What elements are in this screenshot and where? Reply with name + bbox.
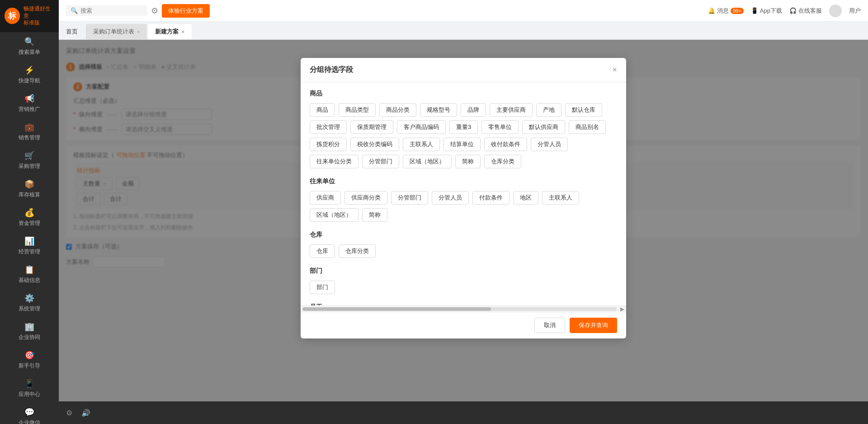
field-tag[interactable]: 商品 [310, 103, 335, 117]
field-tag[interactable]: 区域（地区） [403, 155, 452, 168]
field-tag[interactable]: 拣货积分 [310, 138, 347, 151]
tab-purchase-close[interactable]: × [137, 29, 140, 34]
system-icon: ⚙️ [24, 293, 34, 303]
sidebar-item-app-center[interactable]: 📱应用中心 [0, 374, 59, 403]
field-tag[interactable]: 商品分类 [379, 103, 416, 117]
sidebar-item-label-search: 搜索菜单 [19, 48, 40, 56]
audio-bottom-icon[interactable]: 🔊 [81, 409, 90, 417]
sidebar-item-finance[interactable]: 💰资金管理 [0, 203, 59, 232]
sidebar-item-marketing[interactable]: 📢营销推广 [0, 89, 59, 118]
sidebar-item-search[interactable]: 🔍搜索菜单 [0, 32, 59, 61]
topbar-search-box[interactable]: 🔍 [66, 5, 147, 16]
field-tag[interactable]: 供应商分类 [344, 191, 387, 205]
field-tag[interactable]: 付款条件 [472, 191, 509, 205]
inventory-icon: 📦 [24, 179, 34, 189]
topbar-left: 🔍 ⚙ 体验行业方案 [66, 4, 210, 18]
field-tag[interactable]: 部门 [310, 281, 335, 294]
tab-purchase-stat[interactable]: 采购订单统计表 × [86, 24, 147, 39]
field-tag[interactable]: 区域（地区） [310, 208, 359, 222]
partner-fields: 供应商 供应商分类 分管部门 分管人员 付款条件 地区 主联系人 区域（地区） … [310, 191, 617, 222]
settings-bottom-icon[interactable]: ⚙ [66, 409, 72, 417]
main-area: 🔍 ⚙ 体验行业方案 🔔 消息 99+ 📱 App下载 🎧 在 [59, 0, 868, 424]
online-service-item[interactable]: 🎧 在线客服 [789, 7, 822, 15]
field-tag[interactable]: 保质期管理 [350, 120, 393, 134]
sidebar: 标 畅捷通好生意 标准版 🔍搜索菜单⚡快捷导航📢营销推广💼销售管理🛒采购管理📦库… [0, 0, 59, 424]
sidebar-item-sales[interactable]: 💼销售管理 [0, 118, 59, 146]
field-group-partner: 往来单位 供应商 供应商分类 分管部门 分管人员 付款条件 地区 主联系人 区域… [310, 177, 617, 222]
field-tag[interactable]: 批次管理 [310, 120, 347, 134]
topbar-right: 🔔 消息 99+ 📱 App下载 🎧 在线客服 用户 [708, 5, 861, 17]
warehouse-fields: 仓库 仓库分类 [310, 244, 617, 258]
search-icon: 🔍 [71, 7, 78, 14]
tab-home[interactable]: 首页 [59, 24, 85, 39]
sidebar-item-label-system: 系统管理 [19, 305, 40, 313]
field-tag[interactable]: 仓库分类 [484, 155, 521, 168]
guide-icon: 🎯 [24, 350, 34, 360]
field-tag[interactable]: 供应商 [310, 191, 341, 205]
tab-new-plan-label: 新建方案 [155, 28, 179, 36]
main-bottom: ⚙ 🔊 [59, 401, 868, 424]
tab-new-plan-close[interactable]: × [181, 29, 184, 34]
field-tag[interactable]: 主联系人 [542, 191, 579, 205]
sidebar-item-basic-info[interactable]: 📋基础信息 [0, 260, 59, 289]
field-tag[interactable]: 品牌 [461, 103, 486, 117]
modal-scroll-bottom[interactable]: ▶ [301, 305, 626, 312]
field-tag[interactable]: 商品类型 [339, 103, 376, 117]
field-tag[interactable]: 规格型号 [420, 103, 457, 117]
sidebar-item-wechat[interactable]: 💬企业微信 [0, 403, 59, 424]
field-tag[interactable]: 分管部门 [391, 191, 428, 205]
field-tag[interactable]: 零售单位 [481, 120, 519, 134]
field-tag[interactable]: 简称 [362, 208, 387, 222]
sidebar-item-operations[interactable]: 📊经营管理 [0, 232, 59, 260]
topbar: 🔍 ⚙ 体验行业方案 🔔 消息 99+ 📱 App下载 🎧 在 [59, 0, 868, 22]
field-tag[interactable]: 默认仓库 [565, 103, 602, 117]
app-download-item[interactable]: 📱 App下载 [751, 7, 782, 15]
department-fields: 部门 [310, 281, 617, 294]
notification-item[interactable]: 🔔 消息 99+ [708, 7, 744, 15]
cancel-button[interactable]: 取消 [534, 318, 565, 333]
sidebar-item-purchase[interactable]: 🛒采购管理 [0, 146, 59, 175]
field-tag[interactable]: 主要供应商 [490, 103, 533, 117]
field-tag[interactable]: 收付款条件 [484, 138, 527, 151]
field-tag[interactable]: 分管人员 [531, 138, 568, 151]
field-tag[interactable]: 客户商品编码 [397, 120, 446, 134]
settings-icon[interactable]: ⚙ [151, 6, 158, 16]
field-tag[interactable]: 地区 [513, 191, 538, 205]
finance-icon: 💰 [24, 208, 34, 218]
field-tag[interactable]: 重量3 [449, 120, 478, 134]
modal-body[interactable]: 商品 商品 商品类型 商品分类 规格型号 品牌 主要供应商 产地 默认仓库 批次… [301, 82, 626, 305]
field-tag[interactable]: 分管人员 [432, 191, 469, 205]
field-tag[interactable]: 往来单位分类 [310, 155, 359, 168]
sidebar-item-label-guide: 新手引导 [19, 362, 40, 370]
tab-new-plan[interactable]: 新建方案 × [148, 24, 191, 39]
field-tag[interactable]: 分管部门 [362, 155, 399, 168]
experience-btn[interactable]: 体验行业方案 [162, 4, 210, 18]
bottom-icons: ⚙ 🔊 [66, 409, 90, 417]
field-tag[interactable]: 税收分类编码 [350, 138, 399, 151]
sidebar-item-guide[interactable]: 🎯新手引导 [0, 346, 59, 374]
field-tag[interactable]: 默认供应商 [522, 120, 565, 134]
user-name[interactable]: 用户 [849, 7, 861, 15]
field-tag[interactable]: 产地 [536, 103, 561, 117]
field-tag[interactable]: 仓库分类 [339, 244, 376, 258]
sidebar-item-enterprise[interactable]: 🏢企业协同 [0, 317, 59, 346]
field-tag[interactable]: 商品别名 [569, 120, 606, 134]
modal-footer: 取消 保存并查询 [301, 312, 626, 338]
sidebar-item-system[interactable]: ⚙️系统管理 [0, 289, 59, 317]
sidebar-item-quick-nav[interactable]: ⚡快捷导航 [0, 61, 59, 89]
modal-close-btn[interactable]: × [612, 65, 617, 75]
field-tag[interactable]: 结算单位 [443, 138, 481, 151]
search-input[interactable] [80, 7, 135, 14]
tab-home-label: 首页 [66, 28, 78, 36]
tabbar: 首页 采购订单统计表 × 新建方案 × [59, 22, 868, 40]
sidebar-item-inventory[interactable]: 📦库存核算 [0, 175, 59, 203]
field-tag[interactable]: 仓库 [310, 244, 335, 258]
user-avatar[interactable] [829, 5, 842, 17]
confirm-button[interactable]: 保存并查询 [570, 318, 617, 333]
sidebar-item-label-marketing: 营销推广 [19, 105, 40, 113]
headset-icon: 🎧 [789, 7, 797, 14]
sales-icon: 💼 [24, 122, 34, 132]
tab-purchase-label: 采购订单统计表 [93, 28, 134, 36]
field-tag[interactable]: 简称 [455, 155, 481, 168]
field-tag[interactable]: 主联系人 [403, 138, 440, 151]
